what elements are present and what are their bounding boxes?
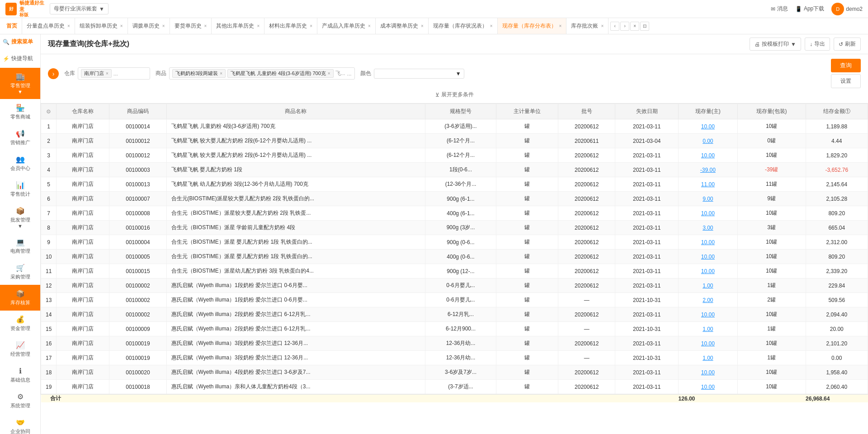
tab-11[interactable]: 库存批次账 × bbox=[566, 18, 609, 34]
close-icon[interactable]: × bbox=[120, 24, 123, 28]
filter-expand-arrow[interactable]: › bbox=[48, 68, 59, 79]
close-icon[interactable]: × bbox=[310, 24, 312, 28]
message-btn[interactable]: ✉ 消息 bbox=[771, 5, 788, 13]
ecommerce-icon: 💻 bbox=[16, 238, 25, 246]
row-no: 6 bbox=[41, 192, 57, 206]
table-row: 3 南岸门店 00100012 飞鹤星飞帆 较大婴儿配方奶粉 2段(6-12个月… bbox=[41, 148, 868, 163]
row-batch: 20200612 bbox=[558, 278, 615, 293]
sidebar-item-business[interactable]: 📈 经营管理 bbox=[0, 336, 40, 362]
tab-1[interactable]: 分量盘点单历史 × bbox=[22, 18, 75, 34]
refresh-icon: ↺ bbox=[839, 41, 843, 47]
color-input[interactable]: ▼ bbox=[374, 69, 464, 79]
row-name: 惠氏启赋（Wyeth illuma）2段奶粉 爱尔兰进口 6-12月乳... bbox=[166, 307, 425, 322]
col-setting[interactable]: ⚙ bbox=[41, 104, 57, 119]
close-icon[interactable]: × bbox=[421, 24, 424, 28]
row-qty-main[interactable]: 2.00 bbox=[679, 293, 738, 307]
row-warehouse: 南岸门店 bbox=[57, 206, 109, 221]
row-code: 00100004 bbox=[109, 235, 166, 250]
warehouse-input[interactable]: 南岸门店 × ... bbox=[78, 67, 150, 80]
sidebar-item-retail-mgmt[interactable]: 🏬 零售管理 ▼ bbox=[0, 68, 40, 99]
row-qty-pack: 10罐 bbox=[737, 336, 806, 351]
row-qty-main[interactable]: 10.00 bbox=[679, 380, 738, 395]
product-tag-2: 飞鹤星飞帆 儿童奶粉 4段(3-6岁适用) 700克 × bbox=[227, 69, 334, 78]
sidebar-item-basic-info[interactable]: ℹ 基础信息 bbox=[0, 362, 40, 388]
sidebar-item-member[interactable]: 👥 会员中心 bbox=[0, 151, 40, 176]
arrow-icon: ▼ bbox=[18, 89, 23, 94]
sidebar-item-marketing[interactable]: 📢 营销推广 bbox=[0, 125, 40, 151]
row-balance: 809.20 bbox=[806, 206, 868, 221]
tab-menu-arrow[interactable]: ⊡ bbox=[640, 22, 649, 31]
remove-warehouse-tag[interactable]: × bbox=[106, 71, 108, 76]
export-button[interactable]: ↓ 导出 bbox=[805, 38, 830, 51]
tab-7[interactable]: 产成品入库单历史 × bbox=[317, 18, 376, 34]
row-qty-main[interactable]: -39.00 bbox=[679, 163, 738, 177]
close-icon[interactable]: × bbox=[257, 24, 259, 28]
row-qty-main[interactable]: 3.00 bbox=[679, 221, 738, 235]
product-dots[interactable]: ... bbox=[347, 71, 352, 77]
row-qty-main[interactable]: 10.00 bbox=[679, 307, 738, 322]
row-qty-main[interactable]: 11.00 bbox=[679, 177, 738, 192]
tab-9[interactable]: 现存量（库存状况表）× bbox=[429, 18, 498, 34]
user-area[interactable]: D demo2 bbox=[831, 3, 863, 15]
remove-product-tag-2[interactable]: × bbox=[328, 71, 330, 76]
tab-3[interactable]: 调拨单历史 × bbox=[128, 18, 170, 34]
row-qty-main[interactable]: 10.00 bbox=[679, 119, 738, 134]
row-qty-main[interactable]: 10.00 bbox=[679, 235, 738, 250]
row-qty-main[interactable]: 1.00 bbox=[679, 351, 738, 365]
tab-prev-arrow[interactable]: ‹ bbox=[610, 22, 619, 31]
sidebar-item-wholesale[interactable]: 📦 批发管理 ▼ bbox=[0, 202, 40, 233]
close-icon[interactable]: × bbox=[162, 24, 165, 28]
tab-close-arrow[interactable]: × bbox=[630, 22, 639, 31]
row-qty-main[interactable]: 10.00 bbox=[679, 206, 738, 221]
sidebar-item-finance[interactable]: 💰 资金管理 bbox=[0, 311, 40, 336]
close-icon[interactable]: × bbox=[601, 24, 604, 28]
row-qty-main[interactable]: 10.00 bbox=[679, 148, 738, 163]
row-qty-main[interactable]: 9.00 bbox=[679, 192, 738, 206]
close-icon[interactable]: × bbox=[204, 24, 207, 28]
tab-5[interactable]: 其他出库单历史 × bbox=[212, 18, 264, 34]
sidebar-item-purchase[interactable]: 🛒 采购管理 bbox=[0, 259, 40, 285]
sidebar-nav-label[interactable]: ⚡ 快捷导航 bbox=[0, 51, 40, 66]
tab-next-arrow[interactable]: › bbox=[620, 22, 629, 31]
print-button[interactable]: 🖨 按模板打印 ▼ bbox=[750, 38, 801, 51]
row-qty-main[interactable]: 10.00 bbox=[679, 264, 738, 278]
product-more[interactable]: 飞... bbox=[335, 70, 345, 77]
warehouse-more[interactable]: ... bbox=[113, 71, 118, 77]
tab-home[interactable]: 首页 bbox=[2, 18, 22, 34]
product-input[interactable]: 飞鹤奶粉3段两罐装 × 飞鹤星飞帆 儿童奶粉 4段(3-6岁适用) 700克 ×… bbox=[169, 67, 355, 80]
sidebar-item-system[interactable]: ⚙ 系统管理 bbox=[0, 388, 40, 414]
close-icon[interactable]: × bbox=[368, 24, 371, 28]
tab-10-active[interactable]: 现存量（库存分布表）× bbox=[498, 18, 567, 34]
close-icon[interactable]: × bbox=[67, 24, 70, 28]
sidebar-item-collab[interactable]: 🤝 企业协同 bbox=[0, 414, 40, 434]
sidebar-search[interactable]: 🔍 搜索菜单 bbox=[0, 34, 40, 49]
remove-product-tag-1[interactable]: × bbox=[220, 71, 222, 76]
tab-4[interactable]: 要货单历史 × bbox=[170, 18, 212, 34]
tab-2[interactable]: 组装拆卸单历史 × bbox=[75, 18, 128, 34]
row-qty-main[interactable]: 10.00 bbox=[679, 336, 738, 351]
sidebar-item-retail-shop[interactable]: 🏪 零售商城 bbox=[0, 99, 40, 125]
row-unit: 罐 bbox=[496, 134, 558, 148]
row-qty-main[interactable]: 0.00 bbox=[679, 134, 738, 148]
sidebar-item-retail-stats[interactable]: 📊 零售统计 bbox=[0, 176, 40, 202]
tab-6[interactable]: 材料出库单历史 × bbox=[264, 18, 317, 34]
row-qty-main[interactable]: 1.00 bbox=[679, 278, 738, 293]
close-icon[interactable]: × bbox=[490, 24, 493, 28]
app-download-btn[interactable]: 📱 App下载 bbox=[795, 5, 824, 13]
expand-conditions-btn[interactable]: ⊻ 展开更多条件 bbox=[48, 91, 861, 99]
refresh-button[interactable]: ↺ 刷新 bbox=[834, 38, 861, 51]
row-qty-main[interactable]: 10.00 bbox=[679, 250, 738, 264]
industry-selector[interactable]: 母婴行业演示账套 ▼ bbox=[50, 3, 108, 14]
row-qty-main[interactable]: 10.00 bbox=[679, 365, 738, 380]
sidebar-item-ecommerce[interactable]: 💻 电商管理 bbox=[0, 233, 40, 259]
query-button[interactable]: 查询 bbox=[831, 59, 861, 72]
tab-8[interactable]: 成本调整单历史 × bbox=[376, 18, 429, 34]
close-icon[interactable]: × bbox=[559, 24, 562, 28]
row-name: 惠氏启赋（Wyeth illuma）1段奶粉 爱尔兰进口 0-6月婴... bbox=[166, 278, 425, 293]
sidebar-item-inventory[interactable]: 📦 库存核算 bbox=[0, 285, 40, 311]
row-qty-pack: 10罐 bbox=[737, 148, 806, 163]
retail-icon: 🏬 bbox=[16, 72, 25, 81]
gear-icon[interactable]: ⚙ bbox=[46, 108, 51, 115]
row-qty-main[interactable]: 1.00 bbox=[679, 322, 738, 336]
setting-button[interactable]: 设置 bbox=[831, 74, 861, 88]
